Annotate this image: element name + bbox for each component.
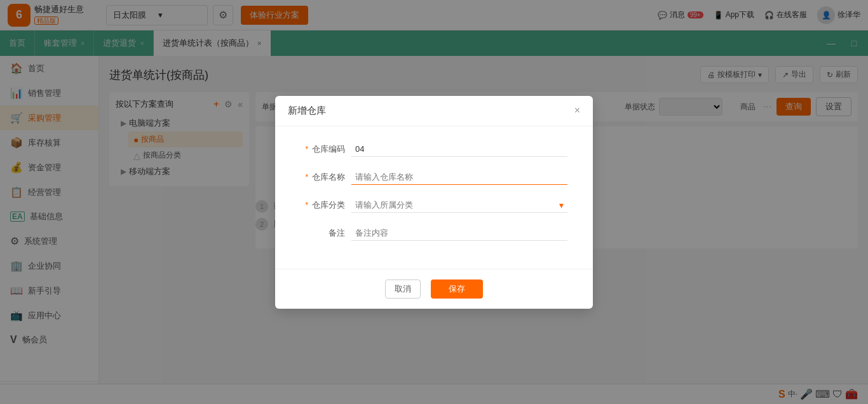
form-input-name[interactable]	[351, 170, 567, 185]
form-input-note[interactable]	[351, 226, 567, 241]
modal-header: 新增仓库 ×	[275, 96, 593, 126]
form-row-name: * 仓库名称	[301, 170, 567, 185]
form-row-note: 备注	[301, 226, 567, 241]
cancel-button[interactable]: 取消	[385, 279, 421, 299]
form-label-name: * 仓库名称	[301, 172, 351, 183]
form-label-note: 备注	[301, 227, 351, 239]
form-input-category[interactable]	[351, 198, 567, 213]
modal-close-button[interactable]: ×	[574, 105, 580, 116]
modal-overlay: 新增仓库 × * 仓库编码 * 仓库名称	[0, 0, 868, 404]
form-row-category: * 仓库分类 ▾	[301, 198, 567, 213]
modal-body: * 仓库编码 * 仓库名称 * 仓库分类	[275, 126, 593, 269]
form-row-code: * 仓库编码	[301, 142, 567, 157]
modal-new-warehouse: 新增仓库 × * 仓库编码 * 仓库名称	[275, 96, 593, 309]
save-button[interactable]: 保存	[431, 279, 483, 299]
form-label-category: * 仓库分类	[301, 199, 351, 211]
form-select-wrapper-category: ▾	[351, 198, 567, 213]
modal-footer: 取消 保存	[275, 269, 593, 309]
form-input-code[interactable]	[351, 142, 567, 157]
form-label-code: * 仓库编码	[301, 144, 351, 155]
modal-title: 新增仓库	[288, 105, 326, 117]
